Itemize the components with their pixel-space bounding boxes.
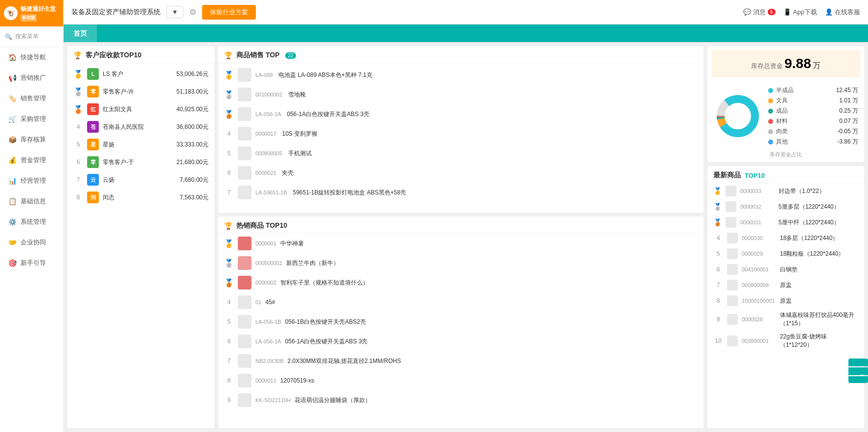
legend-label: 半成品: [776, 86, 833, 95]
product-code: 0000021: [255, 170, 276, 176]
product-sales-item: 7 LA-59651-1B 59651-1B旋转投影灯电池盒 ABS黑色+58壳: [218, 183, 704, 202]
newest-product-item: 10 003800001 22g鱼豆腐-烧烤味（1*12*20）: [708, 330, 864, 352]
app-download-btn[interactable]: 📱 App下载: [783, 8, 817, 17]
sidebar-item-sales[interactable]: 🏷️ 销售管理: [0, 88, 63, 109]
float-btn-service[interactable]: 客服热线: [848, 359, 868, 366]
legend-value: 0.25 万: [839, 107, 858, 115]
newest-product-item: 5 0000029 18颗粒板（1220*2440）: [708, 246, 864, 262]
legend-dot: [768, 129, 773, 134]
settings-icon[interactable]: ⚙: [189, 7, 196, 17]
sidebar-label-system: 系统管理: [21, 217, 46, 226]
product-thumb: [727, 248, 738, 259]
sidebar-item-inventory[interactable]: 📦 库存核算: [0, 129, 63, 150]
sidebar-item-purchase[interactable]: 🛒 采购管理: [0, 109, 63, 129]
sidebar-item-system[interactable]: ⚙️ 系统管理: [0, 212, 63, 232]
newest-product-item: 🥉 0000031 5厘中纤（1220*2440）: [708, 215, 864, 230]
medal-icon: 🏆: [224, 51, 232, 59]
product-name: 原盅: [780, 297, 858, 305]
legend-label: 材料: [776, 117, 836, 125]
product-name: 056-1A白色按键开关盖ABS 3壳: [285, 337, 368, 346]
search-label: 搜索菜单: [15, 32, 39, 41]
hot-products-panel: 🏆 热销商品 TOP10 🥇 0000001 中华神薯 🥈 000500001 …: [218, 216, 704, 428]
customer-ranking-item: 🥉 红 红太阳文具 40,925.00元: [68, 100, 214, 118]
product-thumb: [726, 186, 736, 196]
medal-silver-icon: 🥈: [713, 203, 722, 211]
rank-number: 6: [224, 338, 234, 345]
online-service-btn[interactable]: 👤 在线客服: [825, 8, 860, 17]
product-sales-item: 🥉 LA-056-1A 056-1A白色按键开关盖ABS 3壳: [218, 104, 704, 124]
medal-gold-icon: 🥇: [224, 71, 234, 80]
newest-products-title: 最新商品: [713, 171, 741, 180]
medal-bronze-icon: 🥉: [224, 110, 234, 119]
sidebar-item-shortcut[interactable]: 🏠 快捷导航: [0, 47, 63, 68]
product-name: 5厘多层（1220*2440）: [778, 203, 858, 211]
product-name: 59651-1B旋转投影灯电池盒 ABS黑色+58壳: [293, 189, 406, 196]
notice-btn[interactable]: 💬 消息 6: [743, 8, 776, 17]
operations-icon: 📊: [8, 177, 17, 185]
medal-bronze-icon: 🥉: [713, 218, 722, 226]
nav-tabs: 首页: [64, 24, 868, 42]
basic-icon: 📋: [8, 197, 17, 205]
system-dropdown-button[interactable]: ▼: [166, 6, 183, 18]
medal-silver-icon: 🥈: [224, 259, 234, 268]
hot-icon: 🏆: [224, 222, 232, 230]
hot-product-item: 🥈 000500001 新西兰牛肉（新牛）: [218, 253, 704, 273]
product-sales-item: 6 0000021 夹壳: [218, 163, 704, 183]
sidebar-item-guide[interactable]: 🎯 新手引导: [0, 253, 63, 273]
product-sales-item: 🥈 001000002 雪地靴: [218, 85, 704, 104]
sidebar-item-cooperation[interactable]: 🤝 企业协同: [0, 232, 63, 253]
customer-ranking-item: 8 闰 闰态 7,563.00元: [68, 189, 214, 206]
product-code: 000500001: [255, 260, 282, 266]
product-info: 0000021 夹壳: [255, 169, 698, 177]
inventory-value: 9.88: [784, 56, 811, 71]
rank-number: 7: [224, 189, 234, 196]
sidebar-item-operations[interactable]: 📊 经营管理: [0, 170, 63, 191]
product-thumb: [238, 186, 251, 199]
hot-product-item: 6 LA-056-1A 056-1A白色按键开关盖ABS 3壳: [218, 332, 704, 351]
product-thumb: [238, 88, 251, 101]
sidebar-label-finance: 资金管理: [21, 156, 46, 165]
legend-label: 成品: [776, 107, 836, 115]
product-thumb: [727, 295, 738, 306]
product-info: 000800005 手机测试: [255, 149, 698, 158]
customer-avatar: L: [87, 68, 99, 80]
system-name: 装备及固定资产辅助管理系统: [71, 8, 160, 17]
sidebar-item-basic[interactable]: 📋 基础信息: [0, 191, 63, 212]
rank-number: 5: [224, 150, 234, 157]
product-name: 18颗粒板（1220*2440）: [780, 250, 858, 258]
hot-product-item: 🥉 0000002 智利车子里（规格不知道填什么）: [218, 273, 704, 292]
notice-badge: 6: [768, 9, 776, 15]
notice-label: 消息: [753, 8, 766, 17]
home-icon: 🏠: [8, 53, 17, 61]
sidebar-search-btn[interactable]: 🔍 搜索菜单: [5, 30, 58, 43]
product-info: 001000002 雪地靴: [255, 91, 698, 99]
sidebar-menu: 🏠 快捷导航 📢 营销推广 🏷️ 销售管理 🛒 采购管理 📦 库存核算 💰 资金…: [0, 47, 63, 432]
product-name: 白钢垫: [780, 265, 858, 274]
product-name: 18多层（1220*2440）: [780, 234, 858, 242]
float-btn-live[interactable]: 直播: [848, 376, 868, 383]
product-code: 0000033: [740, 188, 775, 194]
product-thumb: [238, 107, 251, 121]
sidebar-search-area[interactable]: 🔍 搜索菜单: [0, 26, 63, 47]
product-code: 004100001: [742, 266, 776, 272]
tab-home[interactable]: 首页: [64, 24, 97, 42]
product-code: 0000031: [740, 219, 775, 225]
main-container: 装备及固定资产辅助管理系统 ▼ ⚙ 体验行业方案 💬 消息 6 📱 App下载 …: [64, 0, 868, 432]
rank-number: 4: [224, 130, 234, 137]
customer-avatar: 云: [87, 174, 99, 186]
sidebar-item-finance[interactable]: 💰 资金管理: [0, 150, 63, 170]
product-code: LA-056-1A: [255, 111, 281, 117]
legend-item: 成品 0.25 万: [768, 106, 858, 116]
product-info: LA-089 电池盖 LA-089 ABS本色+黑种 7.1克: [255, 71, 698, 79]
product-thumb: [726, 201, 736, 212]
sidebar-item-marketing[interactable]: 📢 营销推广: [0, 68, 63, 88]
center-panels: 🏆 商品销售 TOP 22 🥇 LA-089 电池盖 LA-089 ABS本色+…: [218, 46, 704, 428]
customer-ranking-list: 🥇 L LS 客户 53,006.26元 🥈 零 零售客户-许 51,183.0…: [68, 63, 214, 208]
product-name: 中华神薯: [280, 240, 304, 248]
float-btn-community[interactable]: 服务社区: [848, 367, 868, 375]
float-buttons: 客服热线 服务社区 直播: [848, 359, 868, 383]
customer-ranking-item: 6 零 零售客户-于 21,680.00元: [68, 153, 214, 171]
try-plan-button[interactable]: 体验行业方案: [202, 5, 256, 20]
rank-number: 4: [224, 299, 234, 306]
product-name: 056-1B白色按键开关壳ABS2壳: [285, 318, 366, 326]
